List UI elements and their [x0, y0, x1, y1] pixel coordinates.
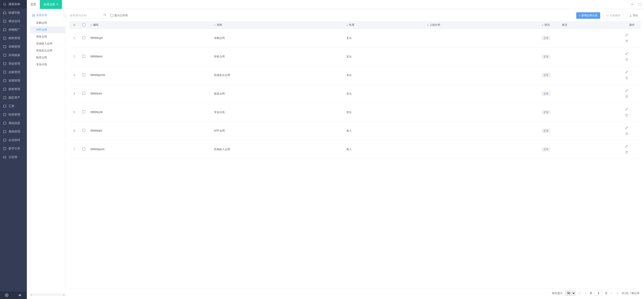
edit-button[interactable]: [625, 89, 639, 92]
sidebar-item-11[interactable]: 固定资产: [0, 93, 27, 102]
prev-page-button[interactable]: <: [584, 292, 588, 295]
cell-name: 对甲合同: [212, 122, 344, 140]
next-page-button[interactable]: >: [610, 292, 613, 295]
svg-rect-20: [33, 16, 34, 16]
sound-button[interactable]: [14, 292, 27, 299]
th-code[interactable]: 编码: [93, 23, 98, 26]
sidebar-item-14[interactable]: 基础信息: [0, 119, 27, 127]
sidebar-item-2[interactable]: 项目合同: [0, 17, 27, 25]
edit-button[interactable]: [625, 108, 639, 111]
row-checkbox[interactable]: [82, 36, 85, 39]
trash-icon: [625, 77, 628, 79]
delete-button[interactable]: [625, 77, 639, 79]
edit-button[interactable]: [625, 33, 639, 36]
row-checkbox[interactable]: [82, 129, 85, 132]
sidebar-item-6[interactable]: 库存核算: [0, 51, 27, 59]
delete-button[interactable]: [625, 39, 639, 42]
right-panel: 显示已停用 + 新增合同分类 批量删除 导出: [65, 12, 641, 296]
sidebar-item-16[interactable]: 企业协同: [0, 136, 27, 144]
sidebar-item-label: 销售管理: [8, 36, 20, 40]
sidebar-item-4[interactable]: 销售管理: [0, 34, 27, 42]
category-tree-panel: 全部分类 采购合同对甲合同劳务合同其他收入合同其他支出合同租赁合同专业分包 «: [30, 12, 65, 296]
sidebar-item-7[interactable]: 资金管理: [0, 59, 27, 68]
select-all-checkbox[interactable]: [82, 23, 85, 26]
cell-name: 采购合同: [212, 29, 344, 47]
sort-icon[interactable]: ◆: [90, 24, 92, 26]
table-row: 699999djht对甲合同收入正常: [69, 122, 641, 140]
sidebar-item-10[interactable]: 税务管理: [0, 85, 27, 93]
settings-button[interactable]: [0, 292, 14, 299]
delete-button[interactable]: [625, 151, 639, 154]
tab-close-icon[interactable]: ✕: [56, 3, 58, 6]
status-badge: 正常: [542, 129, 550, 133]
th-name[interactable]: 名称: [217, 23, 222, 26]
sort-icon[interactable]: ◆: [542, 24, 544, 26]
sidebar-item-label: 税务管理: [8, 87, 20, 91]
search-input[interactable]: [69, 12, 107, 18]
sort-icon[interactable]: ◆: [427, 24, 429, 26]
sidebar-item-1[interactable]: 快捷导航: [0, 8, 27, 17]
tree-item[interactable]: 专业分包: [30, 61, 65, 68]
sidebar-item-15[interactable]: 系统管理: [0, 127, 27, 136]
sidebar-item-5[interactable]: 采购管理: [0, 42, 27, 51]
edit-button[interactable]: [625, 52, 639, 55]
row-checkbox[interactable]: [82, 73, 85, 76]
th-remark[interactable]: 备注: [562, 23, 567, 26]
export-button[interactable]: 导出: [626, 12, 641, 19]
fullscreen-button[interactable]: [636, 1, 643, 8]
sidebar-item-8[interactable]: 总账管理: [0, 68, 27, 76]
delete-button[interactable]: [625, 114, 639, 117]
row-checkbox[interactable]: [82, 147, 85, 150]
delete-button[interactable]: [625, 132, 639, 135]
row-checkbox[interactable]: [82, 110, 85, 113]
tree-item[interactable]: 租赁合同: [30, 54, 65, 61]
tree-item[interactable]: 对甲合同: [30, 26, 65, 33]
tree-collapse-button[interactable]: «: [63, 14, 67, 18]
sidebar-item-12[interactable]: 工资: [0, 102, 27, 110]
sidebar-item-17[interactable]: 新手引导: [0, 144, 27, 153]
close-all-tabs-button[interactable]: [629, 1, 636, 8]
sidebar-item-13[interactable]: 经营管理: [0, 110, 27, 119]
sort-icon[interactable]: ◆: [214, 24, 216, 26]
sidebar-item-label: 新手引导: [8, 147, 20, 151]
row-checkbox[interactable]: [82, 92, 85, 95]
tree-item[interactable]: 其他收入合同: [30, 40, 65, 47]
row-checkbox[interactable]: [82, 55, 85, 58]
sort-icon[interactable]: ◆: [346, 24, 348, 26]
show-disabled-checkbox[interactable]: [110, 14, 113, 17]
fullscreen-icon: [638, 3, 641, 6]
tree-item[interactable]: 其他支出合同: [30, 47, 65, 54]
per-page-select[interactable]: 50: [565, 291, 576, 296]
tree-horizontal-scrollbar[interactable]: [30, 294, 65, 296]
last-page-button[interactable]: >|: [616, 292, 620, 295]
cell-code: 99999zyfb: [88, 103, 212, 122]
th-status[interactable]: 状态: [544, 23, 550, 26]
page-input[interactable]: [594, 291, 603, 296]
sidebar-item-3[interactable]: 营销推广: [0, 25, 27, 34]
first-page-button[interactable]: |<: [578, 292, 582, 295]
trash-icon: [625, 151, 628, 154]
th-parent[interactable]: 上级分类: [430, 23, 440, 26]
delete-button[interactable]: [625, 58, 639, 61]
sidebar-item-9[interactable]: 发票管理: [0, 76, 27, 85]
edit-button[interactable]: [625, 126, 639, 129]
svg-rect-21: [34, 16, 35, 16]
tab-contract-category[interactable]: 合同分类 ✕: [40, 0, 62, 9]
sidebar-item-18[interactable]: 云应用: [0, 153, 27, 161]
search-icon[interactable]: [103, 13, 106, 16]
edit-button[interactable]: [625, 71, 639, 73]
tree-header[interactable]: 全部分类: [30, 12, 65, 19]
pagination: 每页显示 50 |< < 第 页 > >| 共1页, 7条记录: [69, 288, 641, 296]
show-disabled-checkbox-wrap[interactable]: 显示已停用: [110, 14, 128, 17]
sidebar-item-0[interactable]: 搜索菜单: [0, 0, 27, 8]
table-row: 599999zyfb专业分包支出正常: [69, 103, 641, 122]
add-category-button[interactable]: + 新增合同分类: [576, 12, 600, 19]
edit-button[interactable]: [625, 145, 639, 148]
table-settings-icon[interactable]: ⚙: [73, 23, 76, 26]
tab-home[interactable]: 首页: [27, 0, 40, 9]
delete-button[interactable]: [625, 95, 639, 98]
tree-item[interactable]: 采购合同: [30, 19, 65, 26]
sidebar-item-label: 库存核算: [8, 53, 20, 57]
th-nature[interactable]: 性质: [349, 23, 354, 26]
tree-item[interactable]: 劳务合同: [30, 33, 65, 40]
